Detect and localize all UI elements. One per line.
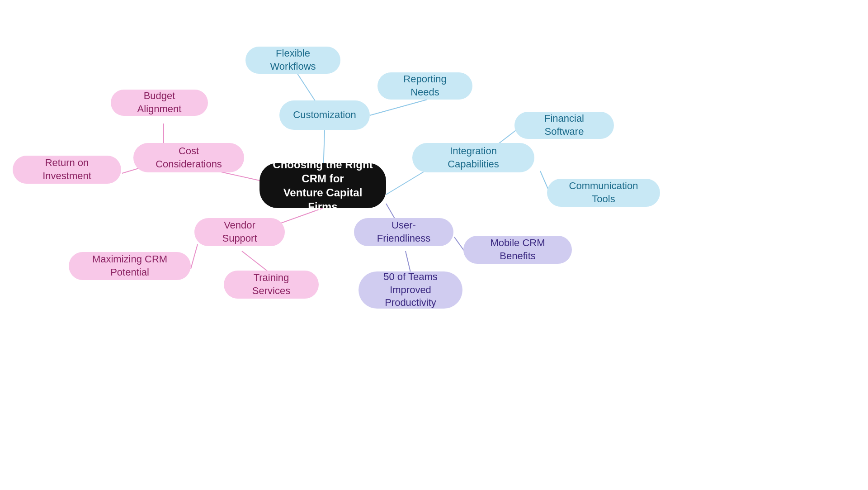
node-communication-tools: Communication Tools — [547, 179, 660, 207]
node-training-services: Training Services — [224, 271, 319, 299]
node-integration-capabilities: Integration Capabilities — [412, 143, 534, 172]
node-reporting-needs: Reporting Needs — [377, 72, 472, 100]
svg-line-11 — [191, 244, 198, 269]
node-return-on-investment: Return on Investment — [13, 156, 121, 184]
node-customization: Customization — [279, 100, 370, 130]
node-financial-software: Financial Software — [514, 112, 614, 139]
node-budget-alignment: Budget Alignment — [111, 90, 208, 116]
node-mobile-crm: Mobile CRM Benefits — [463, 236, 572, 264]
svg-line-2 — [370, 100, 427, 115]
svg-line-3 — [386, 171, 425, 195]
node-teams-productivity: 50 of Teams Improved Productivity — [359, 271, 462, 309]
node-user-friendliness: User-Friendliness — [354, 218, 453, 246]
node-vendor-support: Vendor Support — [194, 218, 285, 246]
center-node: Choosing the Right CRM for Venture Capit… — [259, 163, 386, 208]
node-cost-considerations: Cost Considerations — [133, 143, 244, 172]
node-maximizing-crm: Maximizing CRM Potential — [69, 252, 191, 280]
node-flexible-workflows: Flexible Workflows — [245, 47, 340, 74]
